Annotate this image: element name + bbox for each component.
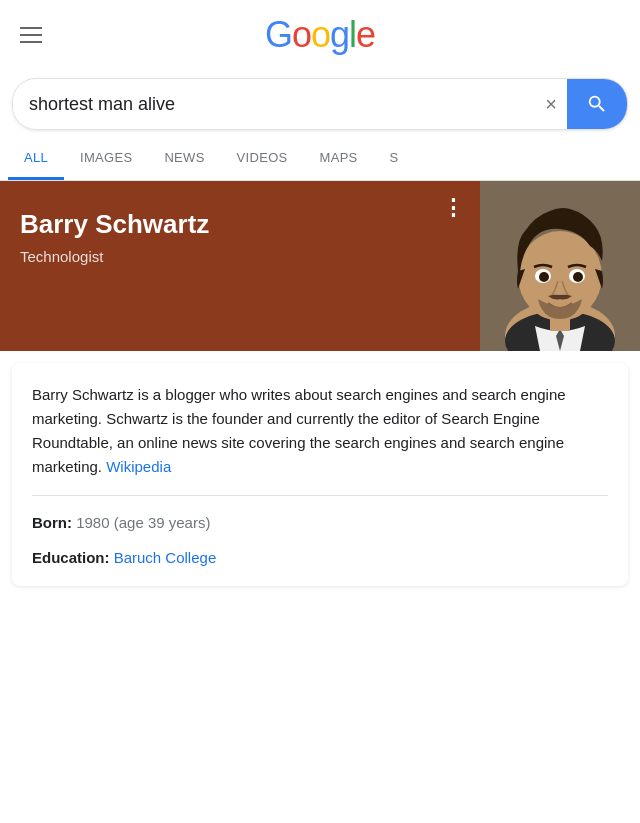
tab-all[interactable]: ALL <box>8 138 64 180</box>
knowledge-role: Technologist <box>20 248 464 265</box>
svg-point-8 <box>573 272 583 282</box>
born-label: Born: <box>32 514 72 531</box>
logo-letter-o1: o <box>292 14 311 56</box>
description-box: Barry Schwartz is a blogger who writes a… <box>12 363 628 586</box>
logo-letter-e: e <box>356 14 375 56</box>
tab-videos[interactable]: VIDEOS <box>221 138 304 180</box>
search-clear-button[interactable]: × <box>535 85 567 124</box>
google-logo: Google <box>265 14 375 56</box>
description-text: Barry Schwartz is a blogger who writes a… <box>32 383 608 479</box>
search-bar: shortest man alive × <box>12 78 628 130</box>
tab-news[interactable]: NEWS <box>148 138 220 180</box>
logo-letter-g2: g <box>330 14 349 56</box>
born-value: 1980 (age 39 years) <box>76 514 210 531</box>
logo-letter-o2: o <box>311 14 330 56</box>
search-bar-container: shortest man alive × <box>0 70 640 130</box>
tab-maps[interactable]: MAPS <box>304 138 374 180</box>
search-icon <box>586 93 608 115</box>
education-link[interactable]: Baruch College <box>114 549 217 566</box>
person-illustration <box>480 181 640 351</box>
tabs-container: ALL IMAGES NEWS VIDEOS MAPS S <box>0 138 640 181</box>
knowledge-info: Barry Schwartz Technologist <box>0 181 480 351</box>
tab-shopping[interactable]: S <box>374 138 415 180</box>
header: Google <box>0 0 640 70</box>
tab-images[interactable]: IMAGES <box>64 138 148 180</box>
detail-born: Born: 1980 (age 39 years) <box>32 514 608 531</box>
logo-letter-l: l <box>349 14 356 56</box>
knowledge-photo <box>480 181 640 351</box>
svg-point-7 <box>539 272 549 282</box>
divider-1 <box>32 495 608 496</box>
menu-icon[interactable] <box>16 23 46 47</box>
logo-letter-g: G <box>265 14 292 56</box>
detail-education: Education: Baruch College <box>32 549 608 566</box>
knowledge-more-button[interactable]: ⋮ <box>438 197 470 218</box>
education-label: Education: <box>32 549 110 566</box>
search-button[interactable] <box>567 78 627 130</box>
knowledge-panel: Barry Schwartz Technologist ⋮ <box>0 181 640 351</box>
wikipedia-link[interactable]: Wikipedia <box>106 458 171 475</box>
search-query-text: shortest man alive <box>29 94 519 115</box>
knowledge-name: Barry Schwartz <box>20 209 464 240</box>
search-input-area[interactable]: shortest man alive <box>13 94 535 115</box>
knowledge-photo-image <box>480 181 640 351</box>
